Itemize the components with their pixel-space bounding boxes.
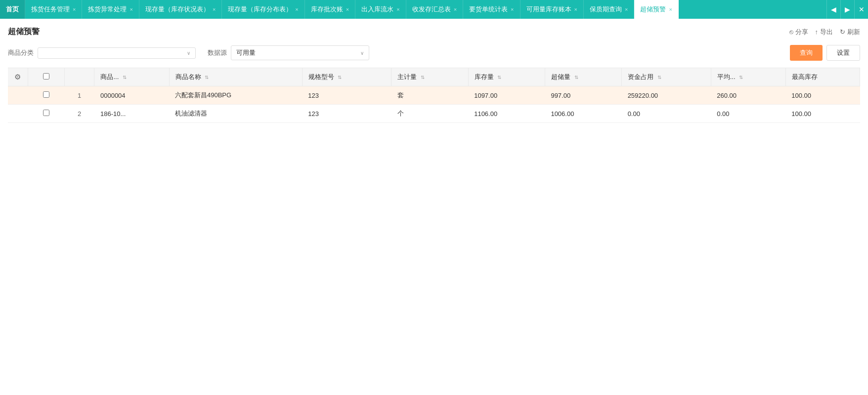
data-table: ⚙ 商品... ⇅ 商品名称 ⇅ 规格型号 ⇅	[8, 68, 860, 123]
nav-overstock-warning[interactable]: 超储预警 ×	[634, 0, 678, 19]
unit-column-header[interactable]: 主计量 ⇅	[391, 68, 468, 86]
close-icon[interactable]: ×	[454, 6, 457, 12]
page-header: 超储预警 ⎋ 分享 ↑ 导出 ↻ 刷新	[8, 27, 860, 37]
row-checkbox-cell[interactable]	[28, 105, 64, 123]
row-stock: 1106.00	[468, 105, 545, 123]
nav-next-arrow[interactable]: ▶	[840, 0, 854, 19]
chevron-down-icon: ∨	[187, 50, 190, 56]
close-icon[interactable]: ×	[346, 6, 349, 12]
header-actions: ⎋ 分享 ↑ 导出 ↻ 刷新	[789, 28, 861, 37]
nav-batch-account[interactable]: 库存批次账 ×	[305, 0, 355, 19]
gear-icon[interactable]: ⚙	[14, 73, 21, 81]
nav-collect-summary-label: 收发存汇总表	[412, 5, 451, 14]
nav-quality-check-label: 保质期查询	[590, 5, 622, 14]
row-max-stock: 100.00	[785, 86, 860, 105]
nav-inventory-dist-label: 现存量（库存分布表）	[228, 5, 292, 14]
filter-bar: 商品分类 ∨ 数据源 可用量 ∨ 查询 设置	[8, 45, 860, 61]
close-icon[interactable]: ×	[213, 6, 216, 12]
share-icon: ⎋	[789, 28, 793, 36]
nav-batch-account-label: 库存批次账	[311, 5, 343, 14]
product-name-column-header[interactable]: 商品名称 ⇅	[169, 68, 302, 86]
nav-overstock-warning-label: 超储预警	[640, 5, 666, 14]
export-icon: ↑	[815, 28, 819, 36]
row-unit: 个	[391, 105, 468, 123]
export-button[interactable]: ↑ 导出	[815, 28, 833, 37]
nav-available-account[interactable]: 可用量库存账本 ×	[521, 0, 584, 19]
settings-button[interactable]: 设置	[826, 45, 860, 61]
capital-column-header[interactable]: 资金占用 ⇅	[622, 68, 711, 86]
nav-inventory-status[interactable]: 现存量（库存状况表） ×	[139, 0, 222, 19]
gear-column-header[interactable]: ⚙	[8, 68, 28, 86]
table-row: 1 0000004 六配套新昌490BPG 123 套 1097.00 997.…	[8, 86, 860, 105]
chevron-down-icon: ∨	[360, 50, 364, 56]
nav-close-all[interactable]: ✕	[854, 0, 868, 19]
table-row: 2 186-10... 机油滤清器 123 个 1106.00 1006.00 …	[8, 105, 860, 123]
sort-icon: ⇅	[338, 75, 342, 80]
export-label: 导出	[820, 28, 833, 37]
row-gear-cell	[8, 86, 28, 105]
page-content: 超储预警 ⎋ 分享 ↑ 导出 ↻ 刷新 商品分类 ∨ 数据源	[0, 19, 868, 395]
overstock-label: 超储量	[551, 73, 570, 80]
product-code-label: 商品...	[100, 73, 119, 80]
nav-home[interactable]: 首页	[0, 0, 25, 19]
capital-label: 资金占用	[628, 73, 653, 80]
refresh-icon: ↻	[840, 28, 845, 36]
row-checkbox[interactable]	[43, 91, 49, 98]
query-button[interactable]: 查询	[790, 45, 823, 61]
nav-task-mgmt[interactable]: 拣货任务管理 ×	[25, 0, 82, 19]
sort-icon: ⇅	[205, 75, 209, 80]
product-category-label: 商品分类	[8, 48, 34, 57]
nav-inout-flow[interactable]: 出入库流水 ×	[355, 0, 406, 19]
sort-icon: ⇅	[421, 75, 425, 80]
close-icon[interactable]: ×	[73, 6, 76, 12]
row-avg: 260.00	[711, 86, 785, 105]
sort-icon: ⇅	[657, 75, 661, 80]
avg-column-header[interactable]: 平均... ⇅	[711, 68, 785, 86]
row-overstock: 997.00	[545, 86, 621, 105]
checkbox-column-header	[28, 68, 64, 86]
max-stock-label: 最高库存	[792, 73, 818, 80]
row-checkbox[interactable]	[43, 110, 49, 116]
spec-column-header[interactable]: 规格型号 ⇅	[302, 68, 391, 86]
table-header-row: ⚙ 商品... ⇅ 商品名称 ⇅ 规格型号 ⇅	[8, 68, 860, 86]
datasource-value: 可用量	[236, 48, 256, 57]
unit-label: 主计量	[397, 73, 417, 80]
nav-prev-arrow[interactable]: ◀	[826, 0, 840, 19]
stock-column-header[interactable]: 库存量 ⇅	[468, 68, 545, 86]
close-icon[interactable]: ×	[295, 6, 298, 12]
row-capital: 259220.00	[622, 86, 711, 105]
filter-product-category: 商品分类 ∨	[8, 47, 196, 59]
product-category-select[interactable]: ∨	[38, 47, 196, 59]
row-checkbox-cell[interactable]	[28, 86, 64, 105]
nav-inventory-dist[interactable]: 现存量（库存分布表） ×	[222, 0, 304, 19]
close-icon[interactable]: ×	[511, 6, 514, 12]
row-spec: 123	[302, 86, 391, 105]
close-icon[interactable]: ×	[130, 6, 132, 12]
product-name-label: 商品名称	[175, 73, 201, 80]
refresh-label: 刷新	[847, 28, 860, 37]
table-body: 1 0000004 六配套新昌490BPG 123 套 1097.00 997.…	[8, 86, 860, 123]
nav-available-account-label: 可用量库存账本	[526, 5, 571, 14]
row-gear-cell	[8, 105, 28, 123]
datasource-label: 数据源	[208, 48, 227, 57]
nav-order-stat[interactable]: 要货单统计表 ×	[463, 0, 520, 19]
close-icon[interactable]: ×	[669, 6, 672, 12]
sort-icon: ⇅	[123, 75, 127, 80]
select-all-checkbox[interactable]	[43, 73, 49, 79]
nav-quality-check[interactable]: 保质期查询 ×	[584, 0, 634, 19]
close-icon[interactable]: ×	[625, 6, 628, 12]
max-stock-column-header[interactable]: 最高库存	[785, 68, 860, 86]
sort-icon: ⇅	[574, 75, 578, 80]
nav-collect-summary[interactable]: 收发存汇总表 ×	[406, 0, 463, 19]
filter-datasource: 数据源 可用量 ∨	[208, 45, 369, 60]
overstock-column-header[interactable]: 超储量 ⇅	[545, 68, 621, 86]
row-capital: 0.00	[622, 105, 711, 123]
close-icon[interactable]: ×	[574, 6, 577, 12]
nav-order-stat-label: 要货单统计表	[469, 5, 508, 14]
product-code-column-header[interactable]: 商品... ⇅	[94, 68, 169, 86]
datasource-select[interactable]: 可用量 ∨	[231, 45, 369, 60]
close-icon[interactable]: ×	[396, 6, 399, 12]
refresh-button[interactable]: ↻ 刷新	[840, 28, 860, 37]
nav-abnormal[interactable]: 拣货异常处理 ×	[82, 0, 139, 19]
share-button[interactable]: ⎋ 分享	[789, 28, 808, 37]
